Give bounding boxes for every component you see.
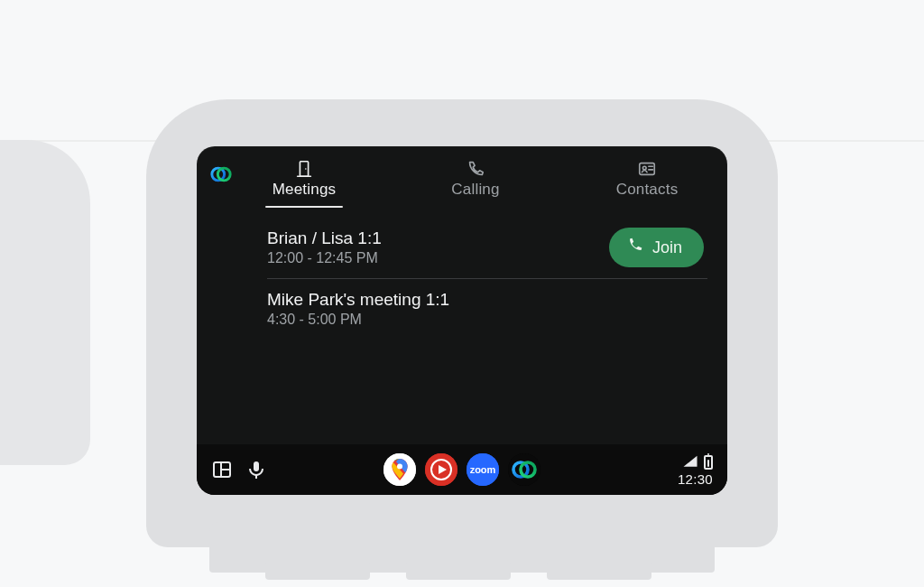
meeting-time: 12:00 - 12:45 PM (267, 250, 382, 266)
webex-logo-icon (209, 163, 233, 186)
mic-icon[interactable] (245, 459, 267, 480)
tab-calling-label: Calling (451, 181, 499, 199)
dock-app-google-maps[interactable] (383, 453, 416, 486)
dock-app-youtube-music[interactable] (425, 453, 457, 486)
tab-meetings[interactable]: Meetings (254, 159, 354, 208)
app-dock: zoom (383, 453, 541, 486)
svg-text:zoom: zoom (470, 464, 496, 475)
tab-contacts[interactable]: Contacts (597, 159, 697, 208)
dock-app-zoom[interactable]: zoom (467, 453, 499, 486)
meetings-list: Brian / Lisa 1:1 12:00 - 12:45 PM Join M… (197, 208, 727, 339)
signal-icon (682, 454, 698, 471)
meeting-time: 4:30 - 5:00 PM (267, 312, 449, 328)
door-icon (294, 159, 314, 179)
join-button-label: Join (652, 238, 682, 257)
svg-rect-4 (640, 163, 655, 175)
tab-contacts-label: Contacts (616, 181, 679, 199)
layout-icon[interactable] (211, 459, 233, 480)
tab-calling[interactable]: Calling (426, 159, 525, 208)
background-device-silhouette (0, 140, 90, 465)
svg-point-3 (305, 168, 307, 170)
status-time: 12:30 (678, 472, 713, 486)
tab-meetings-label: Meetings (273, 181, 337, 199)
top-tabs: Meetings Calling (197, 146, 727, 208)
meeting-item[interactable]: Mike Park's meeting 1:1 4:30 - 5:00 PM (267, 278, 707, 339)
svg-point-8 (397, 464, 402, 470)
dock-app-webex[interactable] (508, 453, 541, 486)
phone-outline-icon (466, 159, 485, 179)
system-bar: zoom (197, 444, 727, 495)
svg-rect-2 (300, 162, 308, 177)
meeting-title: Mike Park's meeting 1:1 (267, 290, 449, 310)
join-button[interactable]: Join (609, 228, 704, 267)
screen: Meetings Calling (197, 146, 727, 495)
meeting-title: Brian / Lisa 1:1 (267, 228, 382, 248)
battery-icon (704, 455, 713, 470)
car-display-device: Meetings Calling (146, 99, 778, 547)
contact-card-icon (637, 159, 657, 179)
status-cluster: 12:30 (678, 454, 713, 486)
meeting-item[interactable]: Brian / Lisa 1:1 12:00 - 12:45 PM Join (267, 217, 707, 278)
svg-point-5 (642, 166, 646, 170)
phone-fill-icon (625, 237, 643, 259)
